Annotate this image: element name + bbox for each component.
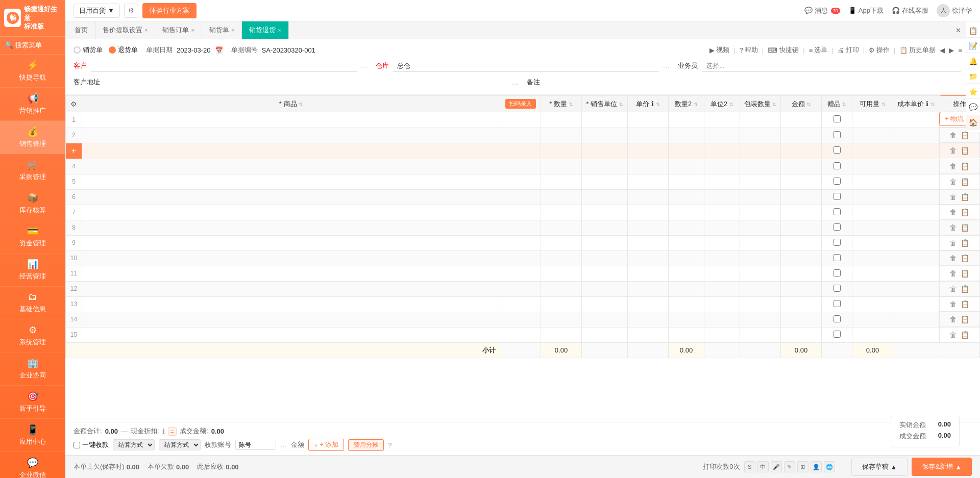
right-panel-btn-5[interactable]: ⭐ (966, 85, 981, 99)
delete-btn[interactable]: 🗑 (948, 238, 958, 248)
sidebar-item-enterprise[interactable]: 🏢 企业协同 (0, 353, 65, 386)
view-list-btn[interactable]: ≡ (958, 46, 962, 54)
toolbar-video[interactable]: ▶ 视频 (709, 45, 729, 55)
tab-close-sales-order[interactable]: × (191, 27, 194, 33)
print-tool-6[interactable]: 👤 (811, 461, 822, 472)
sidebar-item-wechat[interactable]: 💬 企业微信 (0, 452, 65, 478)
delete-btn[interactable]: 🗑 (948, 299, 958, 309)
nav-next-btn[interactable]: ▶ (949, 46, 954, 54)
message-btn[interactable]: 💬 消息 70 (804, 6, 840, 15)
product-cell-1[interactable] (82, 112, 500, 128)
delete-row-btn[interactable]: 🗑 (948, 130, 958, 140)
right-panel-btn-3[interactable]: 🔔 (966, 54, 981, 68)
print-tool-2[interactable]: 中 (757, 461, 769, 472)
toolbar-history[interactable]: 📋 历史单据 (899, 45, 936, 55)
print-tool-4[interactable]: ✎ (784, 461, 795, 472)
copy-add-row-btn[interactable]: 📋 (960, 145, 970, 156)
sidebar-item-inventory[interactable]: 📦 库存核算 (0, 187, 65, 220)
sort-amount-icon[interactable]: ⇅ (806, 102, 811, 107)
delete-btn[interactable]: 🗑 (948, 284, 958, 294)
delete-btn[interactable]: 🗑 (948, 253, 958, 263)
print-tool-3[interactable]: 🎤 (771, 461, 782, 472)
add-row-btn[interactable]: + (68, 145, 80, 157)
right-panel-btn-7[interactable]: 🏠 (966, 115, 981, 130)
print-tool-5[interactable]: ⊞ (797, 461, 808, 472)
copy-btn[interactable]: 📋 (960, 330, 970, 340)
delete-btn[interactable]: 🗑 (948, 177, 958, 187)
right-panel-btn-6[interactable]: 💬 (966, 100, 981, 114)
discount-info-icon[interactable]: ℹ (162, 427, 165, 435)
one-click-checkbox[interactable] (74, 442, 80, 448)
print-tool-1[interactable]: S (744, 461, 755, 472)
amount-cell-1[interactable] (781, 112, 822, 128)
qty2-cell-1[interactable] (669, 112, 704, 128)
sort-available-icon[interactable]: ⇅ (881, 102, 886, 107)
copy-btn[interactable]: 📋 (960, 284, 970, 294)
copy-btn[interactable]: 📋 (960, 177, 970, 187)
fee-split-btn[interactable]: 费用分摊 (348, 439, 384, 451)
tab-price-setup[interactable]: 售价提取设置 × (95, 21, 155, 39)
delete-btn[interactable]: 🗑 (948, 314, 958, 324)
tab-sales-delivery[interactable]: 销货单 × (202, 21, 242, 39)
sort-price-icon[interactable]: ⇅ (656, 102, 660, 107)
sort-pkg-icon[interactable]: ⇅ (772, 102, 776, 107)
save-draft-btn[interactable]: 保存草稿 ▲ (851, 458, 908, 476)
tab-sales-order[interactable]: 销售订单 × (155, 21, 202, 39)
tab-sales-return[interactable]: 销货退货 × (242, 21, 288, 39)
print-tool-7[interactable]: 🌐 (824, 461, 835, 472)
customer-input[interactable] (91, 60, 357, 72)
tab-close-price-setup[interactable]: × (144, 27, 148, 33)
copy-btn[interactable]: 📋 (960, 238, 970, 248)
save-new-btn[interactable]: 保存&新增 ▲ (912, 458, 972, 476)
sort-unit2-icon[interactable]: ⇅ (729, 102, 733, 107)
sidebar-item-business[interactable]: 📊 经营管理 (0, 254, 65, 287)
staff-input[interactable] (702, 60, 961, 72)
toolbar-shortcut[interactable]: ⌨ 快捷键 (768, 45, 799, 55)
sidebar-item-system[interactable]: ⚙ 系统管理 (0, 319, 65, 353)
copy-btn[interactable]: 📋 (960, 314, 970, 324)
scan-btn[interactable]: 扫码录入 (505, 99, 536, 109)
qty-cell-1[interactable] (541, 112, 582, 128)
toolbar-print[interactable]: 🖨 打印 (838, 45, 859, 55)
delete-btn[interactable]: 🗑 (948, 192, 958, 202)
settle-method-select[interactable]: 结算方式 (113, 439, 155, 450)
unit-cell-1[interactable] (582, 112, 628, 128)
sort-qty-icon[interactable]: ⇅ (569, 102, 573, 107)
sidebar-item-purchase[interactable]: 🛒 采购管理 (0, 154, 65, 187)
radio-return[interactable]: 退货单 (109, 45, 138, 55)
radio-sale[interactable]: 销货单 (74, 45, 103, 55)
account-dots[interactable]: ... (280, 440, 287, 449)
copy-btn[interactable]: 📋 (960, 299, 970, 309)
delete-btn[interactable]: 🗑 (948, 207, 958, 217)
add-payment-btn[interactable]: + + 添加 (308, 439, 344, 451)
warehouse-dots[interactable]: ... (663, 61, 670, 70)
pkg-cell-1[interactable] (740, 112, 781, 128)
tab-close-sales-return[interactable]: × (278, 27, 281, 33)
cost-cell-1[interactable] (893, 112, 939, 128)
customer-dots[interactable]: ... (361, 61, 368, 70)
delete-btn[interactable]: 🗑 (948, 222, 958, 233)
sidebar-item-app-center[interactable]: 📱 应用中心 (0, 419, 65, 452)
copy-btn[interactable]: 📋 (960, 192, 970, 202)
copy-btn[interactable]: 📋 (960, 161, 970, 171)
sort-qty2-icon[interactable]: ⇅ (694, 102, 698, 107)
sort-product-icon[interactable]: ⇅ (299, 102, 303, 107)
fee-info-icon[interactable]: ? (388, 441, 391, 449)
copy-btn[interactable]: 📋 (960, 222, 970, 233)
sort-gift-icon[interactable]: ⇅ (842, 102, 846, 107)
experience-btn[interactable]: 体验行业方案 (142, 3, 197, 18)
delete-add-row-btn[interactable]: 🗑 (948, 145, 958, 156)
category-select[interactable]: 日用百货 ▼ (74, 4, 120, 18)
search-menu[interactable]: 🔍 搜索菜单 (0, 37, 65, 55)
warehouse-input[interactable] (393, 60, 659, 72)
copy-btn[interactable]: 📋 (960, 207, 970, 217)
tab-close-sales-delivery[interactable]: × (231, 27, 234, 33)
account-input[interactable] (235, 440, 276, 450)
copy-btn[interactable]: 📋 (960, 268, 970, 279)
close-all-tabs-btn[interactable]: ✕ (952, 24, 964, 36)
sort-cost-icon[interactable]: ⇅ (930, 102, 935, 107)
sidebar-item-quick-nav[interactable]: ⚡ 快捷导航 (0, 55, 65, 88)
delete-btn[interactable]: 🗑 (948, 268, 958, 279)
toolbar-select[interactable]: ≡ 选单 (809, 45, 828, 55)
sidebar-item-marketing[interactable]: 📢 营销推广 (0, 88, 65, 121)
